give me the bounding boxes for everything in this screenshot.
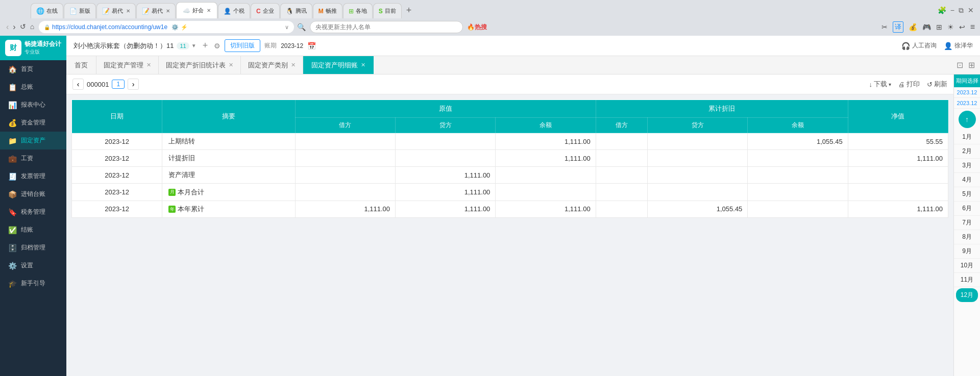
browser-forward-btn[interactable]: › xyxy=(12,21,16,33)
tab-close-icon[interactable]: ✕ xyxy=(207,8,211,13)
table-row[interactable]: 2023-12 资产清理 1,111.00 xyxy=(72,167,948,184)
row5-orig-credit: 1,111.00 xyxy=(396,200,496,218)
tab-close-icon[interactable]: ✕ xyxy=(146,62,151,68)
browser-home-btn[interactable]: ⌂ xyxy=(29,21,35,33)
month-item-1[interactable]: 1月 xyxy=(954,130,980,144)
month-item-8[interactable]: 8月 xyxy=(954,230,980,244)
row3-desc: 资产清理 xyxy=(162,167,295,184)
print-icon: 🖨 xyxy=(898,81,905,88)
browser-tab-tencent[interactable]: 🐧 腾讯 xyxy=(280,3,312,18)
browser-tab-enterprise[interactable]: C 企业 xyxy=(251,3,280,18)
window-restore[interactable]: ⧉ xyxy=(959,6,964,15)
cut-icon[interactable]: ✂ xyxy=(881,23,888,31)
sidebar-item-ledger[interactable]: 📋 总账 xyxy=(0,78,66,96)
undo-icon[interactable]: ↩ xyxy=(959,23,965,31)
period-header: 期间选择 xyxy=(954,74,980,87)
sidebar-item-home[interactable]: 🏠 首页 xyxy=(0,60,66,78)
tab-close-icon[interactable]: ✕ xyxy=(126,8,130,14)
month-item-3[interactable]: 3月 xyxy=(954,159,980,173)
browser-back-btn[interactable]: ‹ xyxy=(5,21,10,33)
guide-icon: 🎓 xyxy=(8,280,17,288)
sidebar-item-funds[interactable]: 💰 资金管理 xyxy=(0,114,66,132)
sidebar-item-settlement[interactable]: ✅ 结账 xyxy=(0,221,66,239)
support-btn[interactable]: 🎧 人工咨询 xyxy=(901,41,937,50)
panel-maximize-icon[interactable]: ⊞ xyxy=(968,60,975,70)
tab-fixed-category[interactable]: 固定资产类别 ✕ xyxy=(241,56,303,74)
row3-orig-credit: 1,111.00 xyxy=(396,167,496,184)
sidebar-item-archive[interactable]: 🗄️ 归档管理 xyxy=(0,239,66,257)
more-icon[interactable]: ≡ xyxy=(970,22,975,32)
browser-tab-yidai1[interactable]: 📝 易代 ✕ xyxy=(96,3,136,18)
panel-minimize-icon[interactable]: ⊡ xyxy=(957,60,963,70)
translate-icon[interactable]: 译 xyxy=(893,21,903,33)
period-date-1[interactable]: 2023.12 xyxy=(954,87,980,98)
brightness-icon[interactable]: ☀ xyxy=(947,23,954,31)
browser-tab-new[interactable]: 📄 新版 xyxy=(64,3,96,18)
tab-add-button[interactable]: + xyxy=(402,5,416,16)
sidebar-item-guide[interactable]: 🎓 新手引导 xyxy=(0,274,66,292)
sidebar-item-settings[interactable]: ⚙️ 设置 xyxy=(0,257,66,274)
grid-icon[interactable]: ⊞ xyxy=(936,23,942,31)
table-row[interactable]: 2023-12 年 本年累计 1,111.00 1,111.00 1,111.0 xyxy=(72,200,948,218)
month-item-6[interactable]: 6月 xyxy=(954,202,980,216)
add-account-btn[interactable]: + xyxy=(201,40,210,51)
settings-btn[interactable]: ⚙ xyxy=(214,42,220,50)
table-row[interactable]: 2023-12 计提折旧 1,111.00 1,111.00 xyxy=(72,150,948,167)
month-item-12[interactable]: 12月 xyxy=(956,288,978,302)
window-minimize[interactable]: − xyxy=(950,6,954,14)
print-btn[interactable]: 🖨 打印 xyxy=(898,80,920,89)
tab-home[interactable]: 首页 xyxy=(66,56,96,74)
browser-refresh-btn[interactable]: ↺ xyxy=(19,21,27,33)
month-item-11[interactable]: 11月 xyxy=(954,273,980,287)
tab-fixed-ledger[interactable]: 固定资产明细账 ✕ xyxy=(303,56,374,74)
scroll-up-btn[interactable]: ↑ xyxy=(959,111,976,128)
month-item-10[interactable]: 10月 xyxy=(954,259,980,273)
tab-close-icon[interactable]: ✕ xyxy=(229,62,233,68)
page-next-btn[interactable]: › xyxy=(128,79,139,90)
table-row[interactable]: 2023-12 月 本月合计 1,111.00 xyxy=(72,184,948,201)
browser-tab-current[interactable]: S 目前 xyxy=(373,3,402,18)
search-input[interactable] xyxy=(310,21,463,33)
tab-fixed-mgmt[interactable]: 固定资产管理 ✕ xyxy=(96,56,159,74)
month-item-9[interactable]: 9月 xyxy=(954,244,980,259)
period-date-2[interactable]: 2023.12 xyxy=(954,98,980,109)
wallet-icon[interactable]: 💰 xyxy=(909,23,917,31)
download-btn[interactable]: ↓ 下载 ▾ xyxy=(869,80,892,89)
month-item-7[interactable]: 7月 xyxy=(954,216,980,230)
switch-version-btn[interactable]: 切到旧版 xyxy=(225,39,260,52)
sidebar-item-fixed[interactable]: 📁 固定资产 xyxy=(0,132,66,149)
ledger-table: 日期 摘要 原值 累计折旧 净值 借方 贷方 余额 借方 xyxy=(71,99,948,218)
row5-orig-debit: 1,111.00 xyxy=(295,200,395,218)
tab-fixed-depreciation[interactable]: 固定资产折旧统计表 ✕ xyxy=(159,56,241,74)
sidebar: 财 畅捷通好会计 专业版 🏠 首页 📋 总账 📊 报表中心 💰 资金管理 📁 固… xyxy=(0,36,66,376)
browser-tab-yidai2[interactable]: 📝 易代 ✕ xyxy=(136,3,176,18)
sidebar-item-salary[interactable]: 💼 工资 xyxy=(0,149,66,167)
browser-tab-tax[interactable]: 👤 个税 xyxy=(218,3,250,18)
user-avatar[interactable]: 👤 徐泽华 xyxy=(944,41,973,50)
browser-tab-locations[interactable]: ⊞ 各地 xyxy=(343,3,373,18)
month-item-2[interactable]: 2月 xyxy=(954,144,980,159)
browser-tab-push[interactable]: M 畅推 xyxy=(313,3,342,18)
address-bar[interactable]: 🔒 https://cloud.chanjet.com/accounting/u… xyxy=(39,21,294,33)
month-item-4[interactable]: 4月 xyxy=(954,173,980,187)
tab-close-icon[interactable]: ✕ xyxy=(291,62,296,68)
row2-net-value: 1,111.00 xyxy=(848,150,948,167)
row3-accum-credit xyxy=(648,167,748,184)
window-close[interactable]: ✕ xyxy=(968,6,974,14)
address-dropdown[interactable]: ∨ xyxy=(285,24,289,31)
sidebar-item-tax[interactable]: 🔖 税务管理 xyxy=(0,203,66,221)
browser-tab-active[interactable]: ☁️ 好会 ✕ xyxy=(176,2,217,18)
tab-close-icon[interactable]: ✕ xyxy=(361,62,365,68)
month-item-5[interactable]: 5月 xyxy=(954,187,980,202)
account-selector[interactable]: 刘小艳演示账套（勿删勿动！）11 11 ▼ xyxy=(74,41,197,51)
tab-close-icon[interactable]: ✕ xyxy=(166,8,170,14)
sidebar-item-reports[interactable]: 📊 报表中心 xyxy=(0,96,66,114)
sidebar-item-invoice[interactable]: 🧾 发票管理 xyxy=(0,167,66,185)
refresh-btn[interactable]: ↺ 刷新 xyxy=(927,80,947,89)
table-row[interactable]: 2023-12 上期结转 1,111.00 1,055.45 55.55 xyxy=(72,133,948,150)
game-icon[interactable]: 🎮 xyxy=(922,23,931,31)
page-prev-btn[interactable]: ‹ xyxy=(72,79,84,90)
calendar-icon[interactable]: 📅 xyxy=(307,42,316,50)
sidebar-item-inventory[interactable]: 📦 进销台账 xyxy=(0,185,66,203)
browser-tab-online[interactable]: 🌐 在线 xyxy=(31,3,63,18)
